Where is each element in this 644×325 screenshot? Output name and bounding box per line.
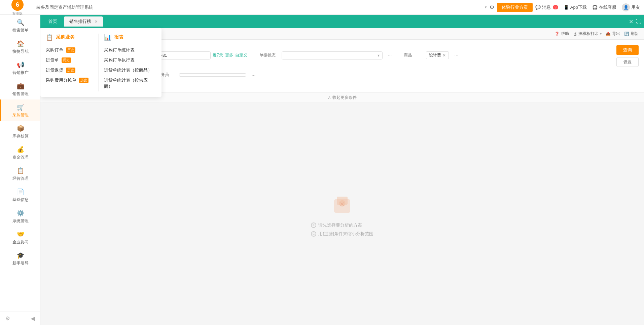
help-icon: ❓ [554,32,560,36]
sidebar-label-newbie: 新手引导 [12,260,29,266]
finance-icon: 💰 [17,146,24,153]
tab-fullscreen-icon[interactable]: ⛶ [636,18,641,25]
sidebar-item-purchase[interactable]: 🛒 采购管理 [0,99,40,121]
message-btn[interactable]: 💬 消息 9 [535,4,558,10]
sidebar-item-quick-nav[interactable]: 🏠 快捷导航 [0,36,40,57]
product-tag-close-icon[interactable]: ✕ [442,53,446,58]
quick-date-custom[interactable]: 自定义 [235,52,247,58]
sidebar-item-system[interactable]: ⚙️ 系统管理 [0,205,40,227]
sidebar-label-finance: 资金管理 [12,155,29,160]
settings-button-2[interactable]: 设置 [616,57,639,67]
tab-home[interactable]: 首页 [43,16,63,27]
headset-icon: 🎧 [592,5,598,10]
voucher-status-select[interactable]: ▾ [282,51,383,59]
export-label: 导出 [612,31,620,37]
sidebar-settings-icon[interactable]: ⚙ [5,315,10,322]
sidebar-label-operation: 经营管理 [12,176,29,181]
app-download-btn[interactable]: 📱 App下载 [564,4,587,10]
menu-item-incoming-stat-supplier[interactable]: 进货单统计表（按供应商） [104,75,156,91]
logo: 6 标准版 [4,0,31,16]
online-service-btn[interactable]: 🎧 在线客服 [592,4,616,10]
empty-tip-2: ② 用[过滤]条件来缩小分析范围 [311,231,373,237]
sidebar-item-sales[interactable]: 💼 销售管理 [0,78,40,99]
app-download-label: App下载 [570,4,587,10]
tip-text-1: 请先选择要分析的方案 [318,222,362,228]
tab-close-all-icon[interactable]: ✕ [629,18,633,25]
collapse-icon: ∧ [328,95,331,100]
settings-button[interactable]: ⚙ [490,4,494,10]
report-menu-icon: 📊 [104,34,111,41]
sidebar-label-purchase: 采购管理 [12,112,29,118]
return-hist: 历史 [66,68,75,73]
user-menu[interactable]: 👤 用友 [622,3,640,11]
sidebar-label-quick-nav: 快捷导航 [12,49,29,54]
sidebar-item-search[interactable]: 🔍 搜索菜单 [0,15,40,36]
message-label: 消息 [542,4,551,10]
tab-sales-rank[interactable]: 销售排行榜 ✕ [64,16,103,27]
logo-icon: 6 [11,0,24,11]
print-label: 按模板打印 [578,31,599,37]
menu-col-purchase-title: 采购业务 [56,34,75,40]
sidebar-item-operation[interactable]: 📋 经营管理 [0,163,40,184]
sidebar-item-basic-info[interactable]: 📄 基础信息 [0,184,40,205]
sidebar-collapse-icon[interactable]: ◀ [31,315,35,322]
refresh-label: 刷新 [631,31,639,37]
svg-point-2 [339,200,345,206]
query-button[interactable]: 查询 [616,45,639,55]
home-icon: 🏠 [17,40,24,47]
salesperson-select[interactable] [179,73,246,77]
export-icon: 📤 [606,32,611,36]
print-dropdown-icon[interactable]: ▾ [600,32,602,36]
menu-item-incoming-stat-product[interactable]: 进货单统计表（按商品） [104,65,156,75]
online-service-label: 在线客服 [599,4,616,10]
sidebar-label-basic-info: 基础信息 [12,197,29,203]
voucher-status-arrow: ▾ [378,53,380,58]
expense-label: 采购费用分摊单 [46,77,76,83]
salesperson-ellipsis: ··· [252,72,256,78]
menu-col-purchase: 📋 采购业务 采购订单 历史 进货单 历史 进货退货 历史 采购费用分摊单 [46,34,98,91]
product-tag[interactable]: 设计费 ✕ [426,51,449,59]
menu-item-incoming[interactable]: 进货单 历史 [46,55,98,65]
tab-home-label: 首页 [48,19,57,24]
quick-date-more[interactable]: 更多 [225,52,233,58]
operation-icon: 📋 [17,167,24,174]
empty-illustration [329,191,356,218]
voucher-status-label: 单据状态 [259,52,276,58]
purchase-order-label: 采购订单 [46,47,63,53]
user-label: 用友 [631,4,640,10]
empty-state: ① 请先选择要分析的方案 ② 用[过滤]条件来缩小分析范围 [40,103,644,325]
sidebar: 🔍 搜索菜单 🏠 快捷导航 📢 营销推广 💼 销售管理 🛒 采购管理 📦 库存核… [0,15,40,325]
product-tag-value: 设计费 [429,52,441,58]
menu-item-expense[interactable]: 采购费用分摊单 历史 [46,75,98,85]
menu-item-order-exec[interactable]: 采购订单执行表 [104,55,156,65]
sidebar-label-inventory: 库存核算 [12,133,29,139]
industry-btn[interactable]: 体验行业方案 [497,3,533,12]
refresh-icon: 🔄 [624,32,629,36]
topbar-right: 💬 消息 9 📱 App下载 🎧 在线客服 👤 用友 [535,3,640,11]
sidebar-label-system: 系统管理 [12,218,29,224]
tip-number-2: ② [311,231,316,237]
menu-item-return[interactable]: 进货退货 历史 [46,65,98,75]
sidebar-item-inventory[interactable]: 📦 库存核算 [0,121,40,142]
sidebar-item-enterprise[interactable]: 🤝 企业协同 [0,227,40,248]
menu-item-purchase-order[interactable]: 采购订单 历史 [46,45,98,55]
sidebar-item-finance[interactable]: 💰 资金管理 [0,142,40,163]
basic-info-icon: 📄 [17,188,24,196]
refresh-btn[interactable]: 🔄 刷新 [624,31,639,37]
topbar: 6 标准版 装备及固定资产辅助管理系统 ▾ ⚙ 体验行业方案 💬 消息 9 📱 … [0,0,644,15]
quick-date-7days[interactable]: 近7天 [213,52,223,58]
sidebar-item-newbie[interactable]: 🎓 新手引导 [0,248,40,269]
tab-close-icon[interactable]: ✕ [95,19,98,24]
menu-item-order-stat[interactable]: 采购订单统计表 [104,45,156,55]
print-btn[interactable]: 🖨 按模板打印 ▾ [573,31,602,37]
search-icon: 🔍 [17,19,24,26]
main-layout: 🔍 搜索菜单 🏠 快捷导航 📢 营销推广 💼 销售管理 🛒 采购管理 📦 库存核… [0,15,644,325]
export-btn[interactable]: 📤 导出 [606,31,620,37]
order-exec-label: 采购订单执行表 [104,57,135,63]
return-label: 进货退货 [46,67,63,73]
empty-tips: ① 请先选择要分析的方案 ② 用[过滤]条件来缩小分析范围 [311,222,373,237]
help-btn[interactable]: ❓ 帮助 [554,31,569,37]
message-icon: 💬 [535,5,541,10]
system-dropdown-arrow[interactable]: ▾ [485,5,487,9]
sidebar-item-marketing[interactable]: 📢 营销推广 [0,57,40,78]
